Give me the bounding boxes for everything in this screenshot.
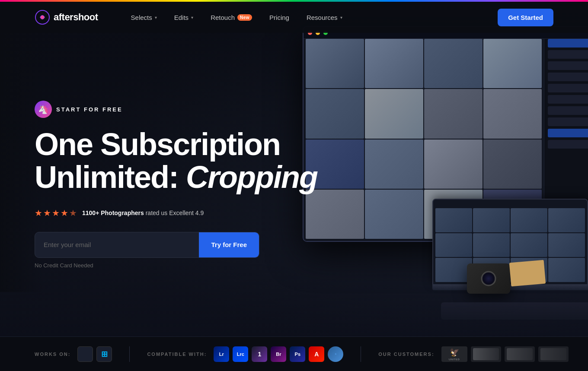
nav-item-selects[interactable]: Selects ▾ [124, 10, 164, 25]
star-rating: ★ ★ ★ ★ ★ [35, 208, 77, 218]
chevron-down-icon: ▾ [155, 15, 157, 20]
unicorn-icon: 🦄 [35, 101, 52, 118]
star-5: ★ [69, 208, 77, 218]
united-logo: 🦅 UNITED [441, 346, 467, 362]
chevron-down-icon: ▾ [340, 15, 342, 20]
affinity-logo: A [309, 346, 324, 362]
customer-logo-2 [471, 346, 501, 362]
works-on-logos: ⊞ [77, 346, 112, 362]
start-for-free-label: START FOR FREE [56, 106, 123, 113]
customer-logo-4 [538, 346, 569, 362]
rating-count: 1100+ [82, 209, 99, 216]
nav-item-resources[interactable]: Resources ▾ [300, 10, 349, 25]
hero-section: 🦄 START FOR FREE One Subscription Unlimi… [0, 33, 588, 336]
compatible-label: COMPATIBLE WITH: [147, 352, 207, 357]
other-logo: ● [328, 346, 343, 362]
chevron-down-icon: ▾ [191, 15, 193, 20]
star-3: ★ [52, 208, 60, 218]
nav-item-edits[interactable]: Edits ▾ [167, 10, 200, 25]
rating-description: rated us Excellent 4.9 [146, 209, 204, 216]
hero-title-line2-italic: Cropping [186, 160, 317, 194]
rainbow-bar [0, 0, 588, 2]
star-1: ★ [35, 208, 42, 218]
new-badge: New [237, 14, 252, 21]
cta-form: Try for Free [35, 232, 259, 258]
bottom-bar: WORKS ON: ⊞ COMPATIBLE WITH: Lr Lrc 1 Br… [0, 336, 588, 371]
logo[interactable]: aftershoot [35, 10, 98, 25]
svg-point-1 [41, 16, 44, 19]
customers-label: OUR CUSTOMERS: [378, 352, 434, 357]
nav-links: Selects ▾ Edits ▾ Retouch New Pricing Re… [124, 10, 498, 25]
nav-item-retouch[interactable]: Retouch New [204, 10, 259, 25]
lightroom-logo: Lr [214, 346, 229, 362]
bridge-logo: Br [271, 346, 286, 362]
windows-icon: ⊞ [101, 349, 108, 359]
customers-section: OUR CUSTOMERS: 🦅 UNITED [361, 346, 585, 362]
works-on-section: WORKS ON: ⊞ [35, 346, 129, 362]
star-2: ★ [43, 208, 51, 218]
try-for-free-button[interactable]: Try for Free [199, 232, 259, 257]
main-nav: aftershoot Selects ▾ Edits ▾ Retouch New… [0, 2, 588, 33]
customer-logos: 🦅 UNITED [441, 346, 569, 362]
email-input[interactable] [35, 232, 199, 257]
logo-icon [35, 10, 50, 25]
rating-subject: Photographers [101, 209, 144, 216]
get-started-button[interactable]: Get Started [498, 9, 553, 26]
hero-title-line2-normal: Unlimited: [35, 160, 178, 194]
lightroom-classic-logo: Lrc [233, 346, 248, 362]
compatible-section: COMPATIBLE WITH: Lr Lrc 1 Br Ps A ● [129, 346, 361, 362]
hero-title-line1: One Subscription [35, 127, 280, 162]
customer-logo-3 [505, 346, 535, 362]
photoshop-logo: Ps [290, 346, 305, 362]
compatible-logos: Lr Lrc 1 Br Ps A ● [214, 346, 343, 362]
one-logo: 1 [252, 346, 267, 362]
hero-title: One Subscription Unlimited: Cropping [35, 128, 337, 193]
rating-text: 1100+ Photographers rated us Excellent 4… [82, 209, 204, 216]
logo-text: aftershoot [54, 12, 98, 23]
works-on-label: WORKS ON: [35, 352, 70, 357]
eagle-icon: 🦅 [450, 348, 459, 357]
start-badge: 🦄 START FOR FREE [35, 101, 553, 118]
mac-logo [77, 346, 93, 362]
no-credit-text: No Credit Card Needed [35, 262, 553, 269]
star-4: ★ [61, 208, 68, 218]
nav-item-pricing[interactable]: Pricing [262, 10, 296, 25]
eagle-text: UNITED [449, 358, 460, 361]
rating-row: ★ ★ ★ ★ ★ 1100+ Photographers rated us E… [35, 208, 553, 218]
windows-logo: ⊞ [96, 346, 112, 362]
